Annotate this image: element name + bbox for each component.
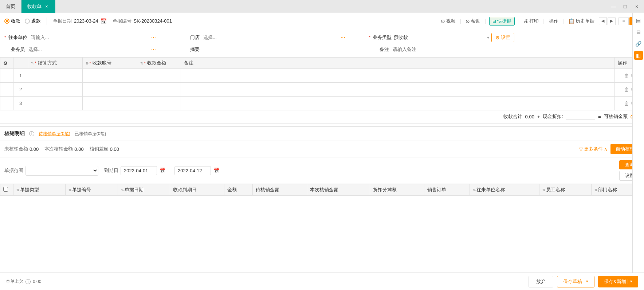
- bottom-left: 本单上欠 i 0.00: [6, 278, 41, 285]
- stat-diff: 核销差额 0.00: [90, 146, 119, 152]
- equals-sign: =: [598, 114, 601, 119]
- th-current-amount: 本次核销金额: [307, 184, 370, 196]
- range-select[interactable]: [25, 166, 98, 176]
- help-action[interactable]: ⊙ 帮助: [464, 17, 482, 25]
- date-to-calendar[interactable]: 📅: [213, 168, 219, 173]
- row1-amount-input[interactable]: [137, 69, 181, 82]
- row1-account[interactable]: [83, 69, 137, 83]
- row3-account-input[interactable]: [83, 97, 137, 110]
- row2-settlement[interactable]: [28, 83, 83, 97]
- tab-receipt[interactable]: 收款单 ×: [21, 0, 55, 13]
- plus-sign: +: [537, 114, 540, 119]
- maximize-button[interactable]: □: [621, 2, 629, 11]
- row1-account-input[interactable]: [83, 69, 137, 82]
- row3-delete-btn[interactable]: 🗑: [624, 101, 629, 106]
- operations-action[interactable]: 操作: [547, 17, 560, 25]
- draft-button[interactable]: 保存草稿 ▾: [557, 276, 594, 287]
- row2-account-input[interactable]: [83, 83, 137, 96]
- salesperson-more-btn[interactable]: ···: [150, 47, 157, 52]
- row3-amount[interactable]: [137, 97, 181, 110]
- row3-remark-input[interactable]: [181, 97, 614, 110]
- row3-amount-input[interactable]: [137, 97, 181, 110]
- discount-input[interactable]: [566, 114, 595, 119]
- row2-account[interactable]: [83, 83, 137, 97]
- toolbar: 收款 退款 单据日期 2023-03-24 📅 单据编号 SK-20230324…: [0, 13, 644, 29]
- remark-input[interactable]: [391, 46, 514, 53]
- row1-settlement-input[interactable]: [28, 69, 82, 82]
- close-button[interactable]: ×: [632, 2, 641, 11]
- sep1: |: [460, 18, 461, 24]
- nav-next[interactable]: ▶: [608, 17, 616, 25]
- minimize-button[interactable]: —: [609, 2, 618, 11]
- save-new-label: 保存&新增: [604, 278, 626, 285]
- shop-input[interactable]: [202, 34, 337, 41]
- history-action[interactable]: 📋 历史单据: [567, 17, 596, 25]
- table-gear-header[interactable]: ⚙: [0, 58, 13, 69]
- shop-more-btn[interactable]: ···: [339, 35, 347, 40]
- video-action[interactable]: ⊙ 视频: [439, 17, 457, 25]
- summary-field: 摘要: [179, 46, 347, 53]
- row1-remark[interactable]: [181, 69, 615, 83]
- right-panel-btn3[interactable]: 🔗: [634, 39, 643, 48]
- section-info-icon[interactable]: i: [29, 131, 34, 136]
- range-field: 单据范围: [4, 166, 98, 176]
- pending-tab[interactable]: 待核销单据(0笔): [39, 131, 70, 137]
- row1-settlement[interactable]: [28, 69, 83, 83]
- net-label: 可核销金额: [604, 113, 628, 120]
- radio-shouкuan[interactable]: 收款: [4, 18, 20, 24]
- counterpart-input[interactable]: [30, 34, 148, 41]
- tab-home[interactable]: 首页: [0, 0, 21, 13]
- salesperson-input[interactable]: [27, 46, 148, 53]
- counterpart-more-btn[interactable]: ···: [150, 35, 157, 40]
- business-type-chevron[interactable]: ▾: [487, 35, 489, 40]
- tab-bar-right: — □ ×: [609, 2, 644, 11]
- row2-settlement-input[interactable]: [28, 83, 82, 96]
- table-row: 1 🗑 ⧉: [0, 69, 644, 83]
- diff-label: 核销差额: [90, 146, 109, 152]
- right-panel-btn1[interactable]: ▤: [634, 16, 643, 25]
- row2-remark[interactable]: [181, 83, 615, 97]
- tab-close-icon[interactable]: ×: [44, 4, 50, 9]
- history-label: 历史单据: [576, 18, 594, 24]
- save-new-button[interactable]: 保存&新增 ▾: [598, 276, 638, 287]
- row1-amount[interactable]: [137, 69, 181, 83]
- section-reconciliation: 核销明细 i 待核销单据(0笔) 已核销单据(0笔) 未核销金额 0.00 本次…: [0, 126, 644, 196]
- bottom-info-icon[interactable]: i: [25, 279, 31, 284]
- calendar-icon[interactable]: 📅: [101, 18, 107, 24]
- remark-label: 备注: [369, 46, 389, 53]
- more-conditions-btn[interactable]: ▽ 更多条件 ∧: [579, 146, 608, 152]
- abandon-button[interactable]: 放弃: [529, 276, 553, 287]
- date-value: 2023-03-24: [74, 18, 98, 24]
- kuaijian-button[interactable]: ⊟ 快捷键: [489, 17, 515, 26]
- radio-tuikuan-label: 退款: [31, 18, 41, 24]
- counterpart-required: *: [4, 35, 6, 40]
- list-view-button[interactable]: ≡: [619, 17, 629, 25]
- done-tab[interactable]: 已核销单据(0笔): [75, 131, 106, 137]
- settings-button[interactable]: ⚙ 设置: [491, 33, 514, 42]
- row3-settlement[interactable]: [28, 97, 83, 110]
- select-all-checkbox[interactable]: [3, 187, 8, 192]
- row2-remark-input[interactable]: [181, 83, 614, 96]
- uncancelled-label: 未核销金额: [4, 146, 28, 152]
- radio-tuikuan-dot: [25, 19, 30, 24]
- right-panel-btn2[interactable]: ⊟: [634, 28, 643, 36]
- row3-account[interactable]: [83, 97, 137, 110]
- row2-amount[interactable]: [137, 83, 181, 97]
- summary-input[interactable]: [202, 46, 347, 53]
- row3-remark[interactable]: [181, 97, 615, 110]
- date-to-input[interactable]: [174, 166, 211, 175]
- print-action[interactable]: 🖨 打印: [522, 17, 540, 25]
- row1-delete-btn[interactable]: 🗑: [624, 73, 629, 79]
- right-panel-btn4[interactable]: ◧: [634, 51, 643, 60]
- nav-prev[interactable]: ◀: [599, 17, 607, 25]
- date-from-input[interactable]: [121, 166, 157, 175]
- video-icon: ⊙: [441, 18, 445, 24]
- row1-remark-input[interactable]: [181, 69, 614, 82]
- row2-delete-btn[interactable]: 🗑: [624, 87, 629, 93]
- row3-settlement-input[interactable]: [28, 97, 82, 110]
- radio-tuikuan[interactable]: 退款: [25, 18, 41, 24]
- date-from-calendar[interactable]: 📅: [159, 168, 165, 173]
- range-label: 单据范围: [4, 167, 23, 174]
- th-amount2: 金额: [224, 184, 253, 196]
- row2-amount-input[interactable]: [137, 83, 181, 96]
